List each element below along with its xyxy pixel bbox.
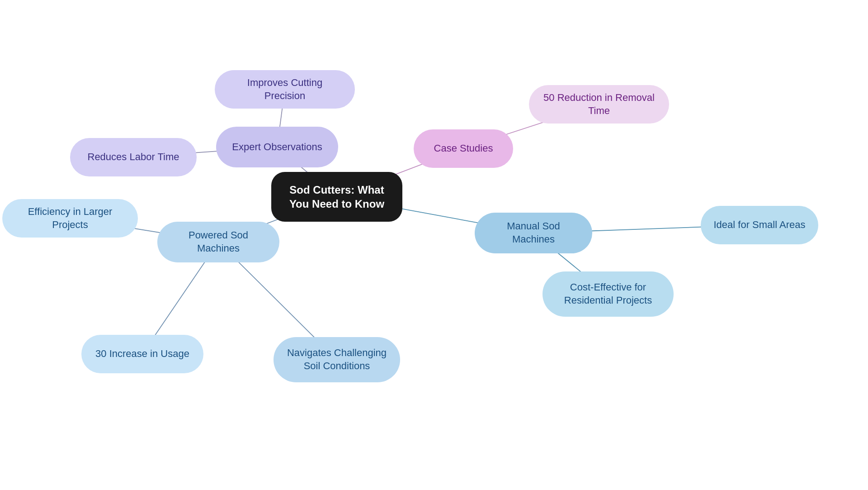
reduction-label: 50 Reduction in Removal Time xyxy=(542,91,656,117)
case-studies-node: Case Studies xyxy=(414,129,513,168)
powered-label: Powered Sod Machines xyxy=(170,229,267,255)
expert-label: Expert Observations xyxy=(232,141,322,154)
connections-svg xyxy=(0,0,868,490)
ideal-node: Ideal for Small Areas xyxy=(701,206,818,244)
center-node: Sod Cutters: What You Need to Know xyxy=(271,172,402,222)
increase-node: 30 Increase in Usage xyxy=(81,335,203,373)
case-label: Case Studies xyxy=(434,142,493,155)
center-label: Sod Cutters: What You Need to Know xyxy=(284,183,390,211)
efficiency-label: Efficiency in Larger Projects xyxy=(15,205,125,231)
cutting-label: Improves Cutting Precision xyxy=(227,76,342,102)
reduction-node: 50 Reduction in Removal Time xyxy=(529,85,669,124)
navigates-node: Navigates Challenging Soil Conditions xyxy=(274,337,400,382)
increase-label: 30 Increase in Usage xyxy=(95,347,189,361)
cost-effective-node: Cost-Effective for Residential Projects xyxy=(542,271,674,317)
efficiency-node: Efficiency in Larger Projects xyxy=(2,199,138,238)
powered-sod-node: Powered Sod Machines xyxy=(157,222,279,262)
cutting-precision-node: Improves Cutting Precision xyxy=(215,70,355,109)
labor-time-node: Reduces Labor Time xyxy=(70,138,197,176)
manual-label: Manual Sod Machines xyxy=(487,220,580,246)
labor-label: Reduces Labor Time xyxy=(88,151,179,164)
expert-observations-node: Expert Observations xyxy=(216,127,338,167)
manual-sod-node: Manual Sod Machines xyxy=(475,213,592,253)
navigates-label: Navigates Challenging Soil Conditions xyxy=(286,347,387,372)
ideal-label: Ideal for Small Areas xyxy=(714,219,806,232)
cost-label: Cost-Effective for Residential Projects xyxy=(555,281,661,307)
